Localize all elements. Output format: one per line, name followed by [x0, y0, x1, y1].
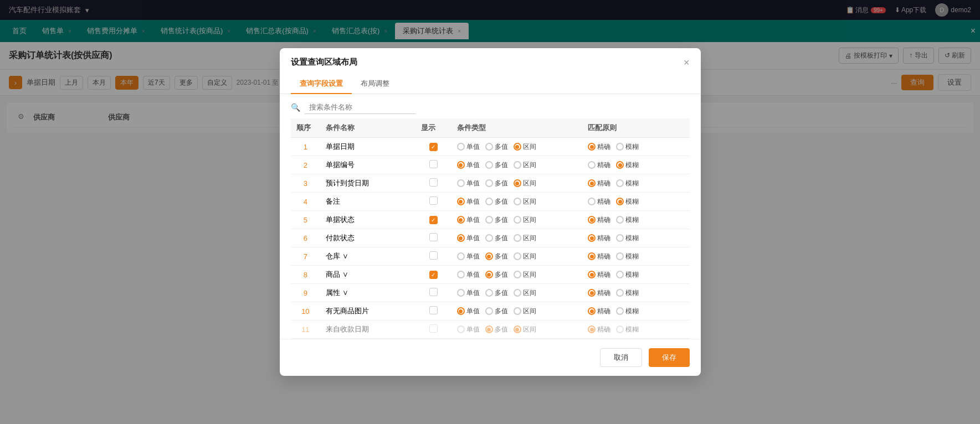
dialog-tab-query-fields[interactable]: 查询字段设置 — [291, 74, 352, 94]
row-display-checkbox[interactable] — [415, 229, 451, 247]
radio-type-single[interactable]: 单值 — [457, 215, 480, 225]
radio-type-single[interactable]: 单值 — [457, 270, 480, 280]
row-display-checkbox[interactable] — [415, 156, 451, 174]
radio-type-range[interactable]: 区间 — [514, 142, 536, 152]
radio-type-multi[interactable]: 多值 — [485, 234, 508, 243]
checkbox[interactable] — [429, 251, 438, 260]
radio-type-single[interactable]: 单值 — [457, 325, 480, 334]
row-display-checkbox[interactable] — [415, 193, 451, 211]
radio-match-precise[interactable]: 精确 — [588, 325, 610, 334]
radio-type-range[interactable]: 区间 — [514, 307, 536, 316]
radio-label: 多值 — [495, 288, 508, 298]
radio-circle — [485, 234, 493, 242]
radio-match-fuzzy[interactable]: 模糊 — [616, 234, 639, 243]
radio-type-multi[interactable]: 多值 — [485, 142, 508, 152]
radio-type-single[interactable]: 单值 — [457, 252, 480, 261]
radio-type-single[interactable]: 单值 — [457, 142, 480, 152]
radio-type-multi[interactable]: 多值 — [485, 252, 508, 261]
radio-match-precise[interactable]: 精确 — [588, 288, 610, 298]
radio-type-single[interactable]: 单值 — [457, 179, 480, 188]
table-row: 5单据状态单值多值区间精确模糊 — [291, 211, 690, 229]
checkbox[interactable] — [429, 271, 438, 279]
row-display-checkbox[interactable] — [415, 247, 451, 266]
radio-circle — [485, 216, 493, 224]
radio-match-precise[interactable]: 精确 — [588, 179, 610, 188]
radio-circle — [514, 252, 521, 260]
radio-match-fuzzy[interactable]: 模糊 — [616, 179, 639, 188]
checkbox[interactable] — [429, 288, 438, 296]
radio-match-fuzzy[interactable]: 模糊 — [616, 215, 639, 225]
dialog-close-button[interactable]: × — [684, 58, 690, 68]
radio-circle — [616, 161, 624, 169]
radio-match-precise[interactable]: 精确 — [588, 252, 610, 261]
checkbox[interactable] — [429, 143, 438, 151]
checkbox[interactable] — [429, 233, 438, 241]
radio-match-fuzzy[interactable]: 模糊 — [616, 197, 639, 206]
radio-type-range[interactable]: 区间 — [514, 270, 536, 280]
radio-type-range[interactable]: 区间 — [514, 215, 536, 225]
radio-type-multi[interactable]: 多值 — [485, 288, 508, 298]
radio-type-single[interactable]: 单值 — [457, 197, 480, 206]
row-match-principle: 精确模糊 — [582, 302, 689, 320]
row-display-checkbox[interactable] — [415, 211, 451, 229]
radio-match-precise[interactable]: 精确 — [588, 161, 610, 170]
radio-match-fuzzy[interactable]: 模糊 — [616, 325, 639, 334]
radio-match-precise[interactable]: 精确 — [588, 197, 610, 206]
radio-match-precise[interactable]: 精确 — [588, 215, 610, 225]
radio-match-precise[interactable]: 精确 — [588, 270, 610, 280]
radio-type-multi[interactable]: 多值 — [485, 197, 508, 206]
radio-type-multi[interactable]: 多值 — [485, 307, 508, 316]
radio-label: 区间 — [523, 161, 536, 170]
radio-match-precise[interactable]: 精确 — [588, 307, 610, 316]
radio-label: 模糊 — [625, 234, 639, 243]
radio-type-range[interactable]: 区间 — [514, 288, 536, 298]
radio-match-fuzzy[interactable]: 模糊 — [616, 252, 639, 261]
radio-type-single[interactable]: 单值 — [457, 161, 480, 170]
checkbox[interactable] — [429, 306, 438, 314]
radio-match-fuzzy[interactable]: 模糊 — [616, 270, 639, 280]
radio-type-range[interactable]: 区间 — [514, 197, 536, 206]
radio-type-range[interactable]: 区间 — [514, 325, 536, 334]
checkbox[interactable] — [429, 216, 438, 224]
radio-type-range[interactable]: 区间 — [514, 234, 536, 243]
row-display-checkbox[interactable] — [415, 138, 451, 156]
checkbox[interactable] — [429, 197, 438, 205]
checkbox[interactable] — [429, 178, 438, 187]
radio-type-single[interactable]: 单值 — [457, 288, 480, 298]
radio-type-multi[interactable]: 多值 — [485, 161, 508, 170]
radio-type-range[interactable]: 区间 — [514, 161, 536, 170]
checkbox[interactable] — [429, 324, 438, 333]
row-display-checkbox[interactable] — [415, 174, 451, 193]
radio-type-single[interactable]: 单值 — [457, 307, 480, 316]
radio-match-fuzzy[interactable]: 模糊 — [616, 288, 639, 298]
checkbox[interactable] — [429, 160, 438, 168]
radio-type-range[interactable]: 区间 — [514, 179, 536, 188]
radio-type-multi[interactable]: 多值 — [485, 270, 508, 280]
radio-match-precise[interactable]: 精确 — [588, 142, 610, 152]
radio-match-fuzzy[interactable]: 模糊 — [616, 142, 639, 152]
radio-match-fuzzy[interactable]: 模糊 — [616, 307, 639, 316]
row-match-principle: 精确模糊 — [582, 229, 689, 247]
radio-circle — [457, 271, 465, 278]
radio-type-multi[interactable]: 多值 — [485, 325, 508, 334]
row-display-checkbox[interactable] — [415, 320, 451, 339]
dialog-tab-layout[interactable]: 布局调整 — [352, 74, 398, 94]
radio-label: 单值 — [466, 252, 480, 261]
radio-circle — [616, 307, 624, 315]
row-display-checkbox[interactable] — [415, 302, 451, 320]
radio-type-multi[interactable]: 多值 — [485, 179, 508, 188]
cancel-button[interactable]: 取消 — [600, 348, 642, 367]
radio-type-range[interactable]: 区间 — [514, 252, 536, 261]
radio-label: 模糊 — [625, 307, 639, 316]
row-display-checkbox[interactable] — [415, 284, 451, 302]
radio-type-single[interactable]: 单值 — [457, 234, 480, 243]
radio-match-fuzzy[interactable]: 模糊 — [616, 161, 639, 170]
row-display-checkbox[interactable] — [415, 266, 451, 284]
table-row: 8商品 ∨单值多值区间精确模糊 — [291, 266, 690, 284]
search-input[interactable] — [305, 101, 415, 114]
radio-type-multi[interactable]: 多值 — [485, 215, 508, 225]
radio-match-precise[interactable]: 精确 — [588, 234, 610, 243]
radio-label: 区间 — [523, 325, 536, 334]
save-button[interactable]: 保存 — [649, 348, 690, 367]
radio-label: 区间 — [523, 270, 536, 280]
